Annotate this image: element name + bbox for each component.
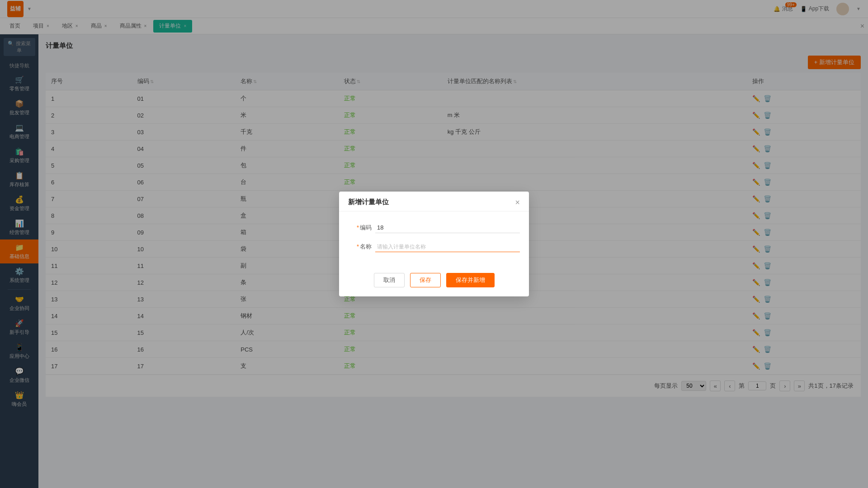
save-and-new-button[interactable]: 保存并新增 [446, 273, 495, 287]
name-input[interactable] [375, 241, 520, 252]
code-label: *编码 [348, 224, 375, 232]
modal-title: 新增计量单位 [348, 198, 389, 206]
modal-overlay: 新增计量单位 × *编码 *名称 取消 保存 保存并新增 [0, 0, 868, 488]
code-input[interactable] [375, 222, 520, 233]
modal-footer: 取消 保存 保存并新增 [339, 267, 529, 296]
save-button[interactable]: 保存 [410, 273, 441, 287]
modal-header: 新增计量单位 × [339, 192, 529, 211]
modal-close-btn[interactable]: × [515, 198, 520, 206]
name-label: *名称 [348, 243, 375, 251]
cancel-button[interactable]: 取消 [374, 273, 405, 287]
modal-body: *编码 *名称 [339, 211, 529, 267]
form-row-code: *编码 [348, 222, 520, 233]
form-row-name: *名称 [348, 241, 520, 252]
add-unit-modal: 新增计量单位 × *编码 *名称 取消 保存 保存并新增 [339, 192, 529, 296]
